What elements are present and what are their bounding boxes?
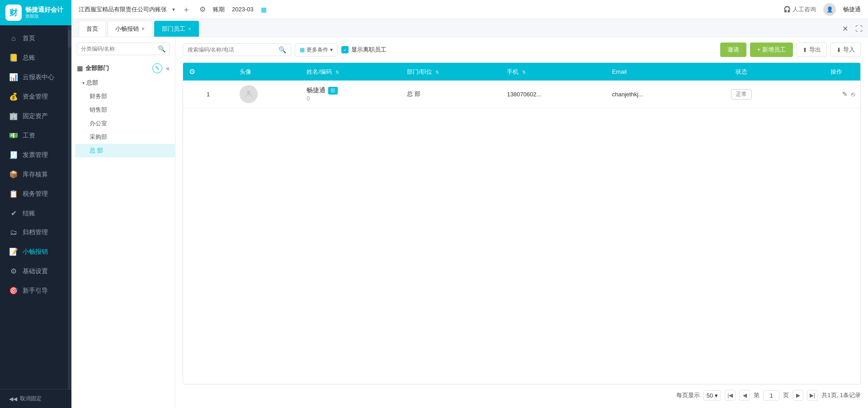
user-avatar: 👤 — [823, 3, 836, 16]
sidebar-item-reports[interactable]: 📊 云报表中心 — [0, 67, 71, 87]
col-settings[interactable]: ⚙ — [183, 63, 201, 81]
sidebar-item-reports-label: 云报表中心 — [23, 73, 54, 81]
show-former-checkbox[interactable]: ✓ — [341, 46, 349, 53]
page-content: 🔍 ▦ 全部部门 ✎ « ▾ 总部 财务部 — [71, 37, 868, 408]
calendar-icon[interactable]: ▦ — [261, 6, 267, 13]
employee-toolbar: 🔍 ▦ 更多条件 ▾ ✓ 显示离职员工 邀请 + 新增员工 ⬆ 导出 — [183, 43, 861, 57]
tab-xiaochang-close[interactable]: × — [142, 26, 145, 32]
topbar: 江西服宝精品有限责任公司内账张 ▾ ＋ ⚙ 账期 2023-03 ▦ 🎧 人工咨… — [71, 0, 868, 19]
show-former-toggle[interactable]: ✓ 显示离职员工 — [341, 46, 387, 54]
dept-caiwubu-label: 财务部 — [90, 93, 107, 100]
export-button[interactable]: ⬆ 导出 — [797, 43, 827, 57]
tab-xiaochangbaoxiao[interactable]: 小畅报销 × — [108, 21, 152, 37]
sidebar-item-tax[interactable]: 📋 税务管理 — [0, 184, 71, 204]
sidebar-item-archive-label: 归档管理 — [23, 228, 48, 237]
sidebar-item-checkout[interactable]: ✔ 结账 — [0, 204, 71, 223]
invite-button[interactable]: 邀请 — [720, 43, 746, 57]
name-sort-icon[interactable]: ⇅ — [335, 70, 339, 75]
dept-item-xiaoshoubu[interactable]: 销售部 — [75, 103, 175, 117]
phone-sort-icon[interactable]: ⇅ — [522, 70, 526, 75]
sidebar-item-home[interactable]: ⌂ 首页 — [0, 29, 71, 48]
dept-item-bangongshi[interactable]: 办公室 — [75, 117, 175, 130]
last-page-button[interactable]: ▶| — [807, 390, 818, 401]
export-label: 导出 — [809, 46, 821, 54]
all-dept-header[interactable]: ▦ 全部部门 ✎ « — [71, 61, 175, 76]
per-page-select[interactable]: 50 ▾ — [703, 390, 721, 401]
tab-home[interactable]: 首页 — [79, 21, 106, 37]
employee-name-row: 畅捷通 部 — [307, 86, 396, 95]
dept-item-caigoub[interactable]: 采购部 — [75, 130, 175, 144]
delete-button[interactable]: ⎋ — [851, 90, 855, 98]
dept-collapse-icon[interactable]: « — [166, 65, 170, 72]
dept-search-icon[interactable]: 🔍 — [158, 45, 165, 52]
sidebar-item-capital-label: 资金管理 — [23, 93, 48, 101]
fixed-assets-icon: 🏢 — [9, 112, 18, 120]
next-page-button[interactable]: ▶ — [793, 390, 803, 401]
tab-bumenyuangong[interactable]: 部门员工 × — [154, 21, 199, 37]
prev-page-button[interactable]: ◀ — [739, 390, 750, 401]
dept-sort-icon[interactable]: ⇅ — [435, 70, 439, 75]
dept-root-name: 总部 — [86, 79, 98, 87]
service-label: 人工咨询 — [793, 5, 816, 14]
sidebar-item-inventory[interactable]: 📦 库存核算 — [0, 165, 71, 184]
sidebar-item-capital[interactable]: 💰 资金管理 — [0, 87, 71, 106]
all-dept-label: 全部部门 — [85, 64, 109, 72]
tab-expand-icon[interactable]: ⛶ — [854, 23, 864, 35]
dept-bangongshi-label: 办公室 — [90, 120, 107, 127]
topbar-settings-icon[interactable]: ⚙ — [198, 5, 208, 14]
sidebar-item-checkout-label: 结账 — [23, 209, 35, 218]
sidebar-item-xiaochang-label: 小畅报销 — [23, 248, 48, 256]
sidebar-scrollbar[interactable] — [68, 25, 71, 390]
dept-root-label[interactable]: ▾ 总部 — [75, 76, 175, 90]
first-page-button[interactable]: |◀ — [725, 390, 736, 401]
employee-search-input[interactable] — [188, 47, 278, 53]
employee-table: ⚙ 头像 姓名/编码 ⇅ 部门/职位 ⇅ — [183, 63, 860, 108]
sidebar-item-invoice-label: 发票管理 — [23, 151, 48, 159]
company-dropdown-icon[interactable]: ▾ — [172, 6, 175, 13]
employee-table-container: ⚙ 头像 姓名/编码 ⇅ 部门/职位 ⇅ — [183, 62, 861, 384]
sidebar-item-xiaochang[interactable]: 📝 小畅报销 — [0, 242, 71, 261]
sidebar-item-payroll[interactable]: 💵 工资 — [0, 126, 71, 145]
row-phone-cell: 138070602... — [501, 81, 606, 108]
row-avatar-cell — [234, 81, 302, 108]
per-page-arrow: ▾ — [715, 392, 718, 399]
filter-icon: ▦ — [300, 47, 305, 53]
sidebar-item-fa-label: 固定资产 — [23, 112, 48, 120]
tab-dept-close[interactable]: × — [188, 26, 191, 32]
logo-text-block: 畅捷通好会计 旗舰版 — [25, 6, 63, 20]
service-button[interactable]: 🎧 人工咨询 — [783, 5, 816, 14]
filter-button[interactable]: ▦ 更多条件 ▾ — [295, 43, 338, 57]
dept-item-caiwubu[interactable]: 财务部 — [75, 90, 175, 103]
sidebar-item-general-ledger[interactable]: 📒 总账 — [0, 48, 71, 67]
invoice-icon: 🧾 — [9, 151, 18, 159]
dept-search-input[interactable] — [81, 46, 158, 52]
dept-item-zongbu[interactable]: 总 部 — [75, 144, 175, 157]
edit-button[interactable]: ✎ — [842, 90, 848, 98]
dept-search-bar[interactable]: 🔍 — [77, 43, 170, 55]
toolbar-right-actions: 邀请 + 新增员工 ⬆ 导出 ⬇ 导入 — [720, 43, 861, 57]
dept-add-button[interactable]: ✎ — [152, 63, 162, 73]
import-button[interactable]: ⬇ 导入 — [830, 43, 861, 57]
di-label: 第 — [754, 391, 760, 399]
sidebar-item-basic[interactable]: ⚙ 基础设置 — [0, 261, 71, 281]
employee-search-icon[interactable]: 🔍 — [278, 46, 286, 53]
col-dept: 部门/职位 ⇅ — [401, 63, 501, 81]
col-settings-icon[interactable]: ⚙ — [189, 68, 195, 76]
sidebar-item-invoice[interactable]: 🧾 发票管理 — [0, 145, 71, 165]
employee-search-bar[interactable]: 🔍 — [183, 43, 291, 56]
topbar-add-icon[interactable]: ＋ — [180, 4, 192, 15]
tab-close-icon[interactable]: ✕ — [840, 23, 850, 35]
user-avatar-icon: 👤 — [826, 6, 833, 13]
sidebar-unpin-button[interactable]: ◀◀ 取消固定 — [0, 389, 71, 408]
page-input[interactable]: 1 — [763, 390, 779, 401]
sidebar-unpin-label: 取消固定 — [20, 395, 42, 403]
sidebar-item-archive[interactable]: 🗂 归档管理 — [0, 223, 71, 242]
action-buttons: ✎ ⎋ — [784, 90, 855, 98]
pagination-bar: 每页显示 50 ▾ |◀ ◀ 第 1 页 ▶ ▶| 共1页, 1条记录 — [183, 384, 861, 403]
home-icon: ⌂ — [9, 34, 18, 43]
tabs-bar: 首页 小畅报销 × 部门员工 × ✕ ⛶ — [71, 19, 868, 37]
sidebar-item-guide[interactable]: 🎯 新手引导 — [0, 281, 71, 300]
company-name[interactable]: 江西服宝精品有限责任公司内账张 — [79, 5, 167, 14]
add-employee-button[interactable]: + 新增员工 — [750, 43, 793, 57]
sidebar-item-fixed-assets[interactable]: 🏢 固定资产 — [0, 106, 71, 126]
